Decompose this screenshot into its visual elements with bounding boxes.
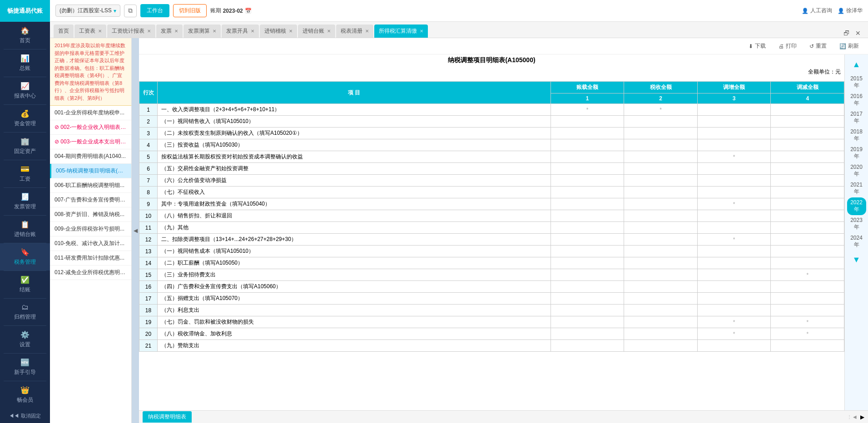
cell-c3[interactable] bbox=[697, 305, 771, 316]
user-profile[interactable]: 👤 徐泽华 bbox=[838, 7, 863, 15]
cell-c3[interactable] bbox=[697, 104, 771, 116]
cell-c2[interactable] bbox=[624, 151, 698, 163]
tab-input-ledger[interactable]: 进销台账 ✕ bbox=[298, 25, 335, 38]
cell-c1[interactable] bbox=[551, 305, 624, 316]
tab-income-tax-close[interactable]: ✕ bbox=[420, 29, 423, 34]
year-item[interactable]: 2020年 bbox=[847, 162, 866, 180]
cell-c1[interactable] bbox=[551, 198, 624, 210]
cell-c2[interactable] bbox=[624, 116, 698, 128]
left-nav-001[interactable]: 001-企业所得税年度纳税申... bbox=[50, 106, 131, 120]
cell-c4[interactable] bbox=[771, 293, 844, 305]
cell-c2[interactable]: * bbox=[624, 104, 698, 116]
cell-c3[interactable] bbox=[697, 116, 771, 128]
cell-c4[interactable] bbox=[771, 116, 844, 128]
cell-c2[interactable] bbox=[624, 316, 698, 328]
tab-input-ledger-close[interactable]: ✕ bbox=[327, 29, 331, 34]
left-nav-009[interactable]: 009-企业所得税弥补亏损明... bbox=[50, 222, 131, 236]
sidebar-item-fixed-asset[interactable]: 🏢 固定资产 bbox=[0, 133, 50, 160]
cell-c3[interactable] bbox=[697, 187, 771, 198]
cell-c4[interactable] bbox=[771, 246, 844, 257]
cell-c1[interactable] bbox=[551, 187, 624, 198]
year-item[interactable]: 2018年 bbox=[847, 127, 866, 144]
tab-home[interactable]: 首页 bbox=[54, 25, 74, 38]
left-nav-003[interactable]: ⊘ 003-一般企业成本支出明细... bbox=[50, 135, 131, 149]
cell-c4[interactable] bbox=[771, 128, 844, 139]
cell-c4[interactable] bbox=[771, 187, 844, 198]
print-button[interactable]: 🖨 打印 bbox=[775, 41, 800, 51]
cell-c1[interactable] bbox=[551, 340, 624, 352]
cell-c1[interactable] bbox=[551, 316, 624, 328]
scroll-right-icon[interactable]: ▶ bbox=[860, 414, 864, 420]
cell-c4[interactable]: * bbox=[771, 328, 844, 340]
cell-c3[interactable] bbox=[697, 210, 771, 222]
year-item[interactable]: 2019年 bbox=[847, 144, 866, 162]
cell-c2[interactable] bbox=[624, 293, 698, 305]
left-nav-008[interactable]: 008-资产折旧、摊销及纳税... bbox=[50, 207, 131, 222]
cell-c3[interactable]: * bbox=[697, 198, 771, 210]
cell-c3[interactable] bbox=[697, 340, 771, 352]
cell-c4[interactable] bbox=[771, 139, 844, 151]
cell-c2[interactable] bbox=[624, 163, 698, 175]
cell-c2[interactable] bbox=[624, 269, 698, 281]
cell-c1[interactable] bbox=[551, 222, 624, 234]
cell-c3[interactable] bbox=[697, 163, 771, 175]
cell-c1[interactable] bbox=[551, 246, 624, 257]
sidebar-item-report-center[interactable]: 📈 报表中心 bbox=[0, 77, 50, 104]
cell-c3[interactable] bbox=[697, 128, 771, 139]
tab-income-tax[interactable]: 所得税汇算清缴 ✕ bbox=[374, 25, 428, 38]
copy-button[interactable]: ⧉ bbox=[124, 5, 137, 17]
support-button[interactable]: 👤 人工咨询 bbox=[802, 7, 832, 15]
cell-c2[interactable] bbox=[624, 175, 698, 187]
cell-c4[interactable] bbox=[771, 281, 844, 293]
cell-c3[interactable] bbox=[697, 269, 771, 281]
tab-input-tax[interactable]: 进销稽核 ✕ bbox=[260, 25, 297, 38]
sidebar-item-invoice-mgmt[interactable]: 🧾 发票管理 bbox=[0, 188, 50, 215]
sidebar-item-input-ledger[interactable]: 📋 进销台账 bbox=[0, 216, 50, 243]
cell-c4[interactable] bbox=[771, 222, 844, 234]
tab-restore-button[interactable]: 🗗 bbox=[842, 29, 852, 38]
cell-c4[interactable] bbox=[771, 234, 844, 246]
cell-c3[interactable] bbox=[697, 257, 771, 269]
calendar-icon[interactable]: 📅 bbox=[245, 8, 252, 14]
year-scroll-up[interactable]: ▲ bbox=[848, 56, 865, 73]
cell-c1[interactable] bbox=[551, 281, 624, 293]
cell-c4[interactable] bbox=[771, 104, 844, 116]
left-nav-005[interactable]: 005-纳税调整项目明细表(A1... bbox=[50, 164, 131, 178]
workbench-button[interactable]: 工作台 bbox=[140, 4, 169, 17]
sidebar-item-payroll[interactable]: 💳 工资 bbox=[0, 160, 50, 187]
tab-invoice[interactable]: 发票 ✕ bbox=[156, 25, 183, 38]
cell-c3[interactable]: * bbox=[697, 316, 771, 328]
cell-c4[interactable] bbox=[771, 163, 844, 175]
left-nav-012[interactable]: 012-减免企业所得税优惠明细(... bbox=[50, 266, 131, 280]
tab-invoice-open-close[interactable]: ✕ bbox=[251, 29, 254, 34]
cell-c3[interactable] bbox=[697, 246, 771, 257]
cell-c1[interactable] bbox=[551, 116, 624, 128]
cell-c2[interactable] bbox=[624, 139, 698, 151]
cell-c4[interactable] bbox=[771, 151, 844, 163]
cell-c3[interactable] bbox=[697, 222, 771, 234]
year-item[interactable]: 2015年 bbox=[847, 74, 866, 91]
cell-c3[interactable] bbox=[697, 175, 771, 187]
cell-c4[interactable]: * bbox=[771, 316, 844, 328]
tab-invoice-open[interactable]: 发票开具 ✕ bbox=[222, 25, 259, 38]
left-nav-010[interactable]: 010-免税、减计收入及加计... bbox=[50, 236, 131, 251]
sidebar-item-home[interactable]: 🏠 首页 bbox=[0, 22, 50, 49]
cell-c1[interactable] bbox=[551, 175, 624, 187]
tab-invoice-close[interactable]: ✕ bbox=[174, 29, 178, 34]
sidebar-item-asset-mgmt[interactable]: 💰 资金管理 bbox=[0, 105, 50, 132]
left-nav-002[interactable]: ⊘ 002-一般企业收入明细表(A1... bbox=[50, 120, 131, 135]
year-scroll-down[interactable]: ▼ bbox=[848, 251, 865, 268]
year-item[interactable]: 2024年 bbox=[847, 233, 866, 251]
left-nav-006[interactable]: 006-职工薪酬纳税调整明细... bbox=[50, 178, 131, 193]
bottom-tab-item[interactable]: 纳税调整明细表 bbox=[143, 411, 192, 423]
sidebar-item-guide[interactable]: 🆕 新手引导 bbox=[0, 354, 50, 381]
cell-c3[interactable] bbox=[697, 139, 771, 151]
left-nav-007[interactable]: 007-广告费和业务宣传费明细... bbox=[50, 193, 131, 207]
cell-c1[interactable]: * bbox=[551, 104, 624, 116]
cell-c4[interactable] bbox=[771, 257, 844, 269]
sidebar-item-tax-mgmt[interactable]: 🔖 税务管理 bbox=[0, 243, 50, 271]
reset-button[interactable]: ↺ 重置 bbox=[806, 41, 830, 51]
cell-c4[interactable] bbox=[771, 175, 844, 187]
sidebar-item-archive[interactable]: 🗂 归档管理 bbox=[0, 299, 50, 325]
cell-c1[interactable] bbox=[551, 234, 624, 246]
